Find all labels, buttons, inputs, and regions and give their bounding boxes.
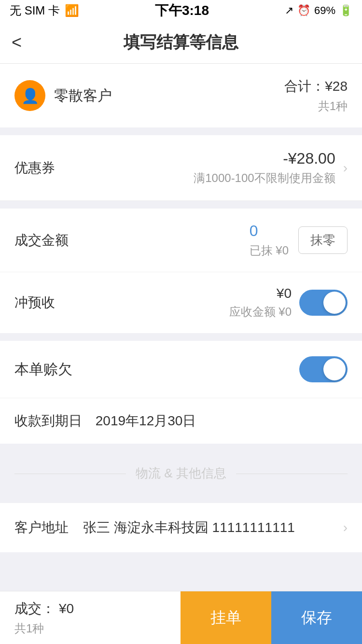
prepayment-values: ¥0 应收金额 ¥0 [229,286,292,320]
prepayment-right: ¥0 应收金额 ¥0 [229,286,348,320]
status-right: ↗ ⏰ 69% 🔋 [285,4,352,17]
credit-toggle-knob [323,358,346,380]
transaction-value: 0 [250,222,289,240]
credit-section: 本单赊欠 收款到期日 2019年12月30日 [0,341,362,444]
no-sim-text: 无 SIM 卡 [10,3,60,18]
logistics-divider: 物流 & 其他信息 [0,451,362,495]
due-date-label: 收款到期日 [14,413,82,428]
coupon-right: -¥28.00 满1000-100不限制使用金额 › [194,150,348,186]
divider-1 [0,201,362,209]
address-value: 张三 海淀永丰科技园 11111111111 [83,518,343,537]
hold-button[interactable]: 挂单 [181,591,271,644]
transaction-section: 成交金额 0 已抹 ¥0 抹零 冲预收 ¥0 应收金额 ¥0 [0,209,362,333]
logistics-label: 物流 & 其他信息 [126,465,236,482]
credit-toggle[interactable] [299,356,348,382]
status-bar: 无 SIM 卡 📶 下午3:18 ↗ ⏰ 69% 🔋 [0,0,362,21]
prepayment-toggle[interactable] [299,290,348,316]
customer-count: 共1种 [284,98,348,114]
toggle-knob [323,292,346,314]
location-icon: ↗ [285,4,293,17]
customer-right: 合计：¥28 共1种 [284,77,348,114]
battery-icon: 🔋 [339,4,352,17]
nav-bar: < 填写结算等信息 [0,21,362,64]
customer-avatar: 👤 [14,80,45,111]
save-button[interactable]: 保存 [271,591,362,644]
customer-total: 合计：¥28 [284,77,348,96]
bottom-deal: 成交： ¥0 [14,600,166,618]
back-button[interactable]: < [12,32,22,53]
prepayment-label: 冲预收 [14,294,55,312]
coupon-row[interactable]: 优惠券 -¥28.00 满1000-100不限制使用金额 › [0,135,362,201]
content: 👤 零散客户 合计：¥28 共1种 优惠券 -¥28.00 满1000-100不… [0,64,362,610]
transaction-label: 成交金额 [14,231,69,250]
prepayment-row: 冲预收 ¥0 应收金额 ¥0 [0,272,362,333]
due-date-value: 2019年12月30日 [96,413,196,428]
battery-text: 69% [314,4,335,17]
prepayment-sub: 应收金额 ¥0 [229,304,292,320]
divider-3 [0,444,362,451]
bottom-deal-value: ¥0 [59,601,74,616]
coupon-chevron-icon: › [343,160,348,176]
round-button[interactable]: 抹零 [298,226,348,254]
wifi-icon: 📶 [65,4,79,17]
divider-2 [0,333,362,341]
bottom-count: 共1种 [14,621,166,636]
customer-name: 零散客户 [54,86,112,106]
due-date-row[interactable]: 收款到期日 2019年12月30日 [0,398,362,444]
coupon-value: -¥28.00 [194,150,335,168]
prepayment-value: ¥0 [229,286,292,301]
transaction-sub: 已抹 ¥0 [250,243,289,258]
customer-left: 👤 零散客户 [14,80,112,111]
address-chevron-icon: › [343,520,348,535]
status-left: 无 SIM 卡 📶 [10,3,79,18]
coupon-label: 优惠券 [14,159,55,177]
transaction-value-group: 0 已抹 ¥0 [250,222,289,258]
page-title: 填写结算等信息 [124,31,238,54]
alarm-icon: ⏰ [297,4,310,17]
bottom-bar: 成交： ¥0 共1种 挂单 保存 [0,591,362,644]
avatar-icon: 👤 [21,87,39,104]
status-time: 下午3:18 [155,1,209,20]
transaction-row: 成交金额 0 已抹 ¥0 抹零 [0,209,362,272]
coupon-sub: 满1000-100不限制使用金额 [194,170,335,186]
address-label: 客户地址 [14,518,69,537]
credit-row: 本单赊欠 [0,341,362,398]
customer-row: 👤 零散客户 合计：¥28 共1种 [0,64,362,127]
coupon-value-group: -¥28.00 满1000-100不限制使用金额 [194,150,335,186]
bottom-summary: 成交： ¥0 共1种 [0,600,181,636]
transaction-right: 0 已抹 ¥0 抹零 [250,222,348,258]
address-row[interactable]: 客户地址 张三 海淀永丰科技园 11111111111 › [0,503,362,552]
bottom-deal-label: 成交： [14,600,55,618]
credit-label: 本单赊欠 [14,360,72,379]
